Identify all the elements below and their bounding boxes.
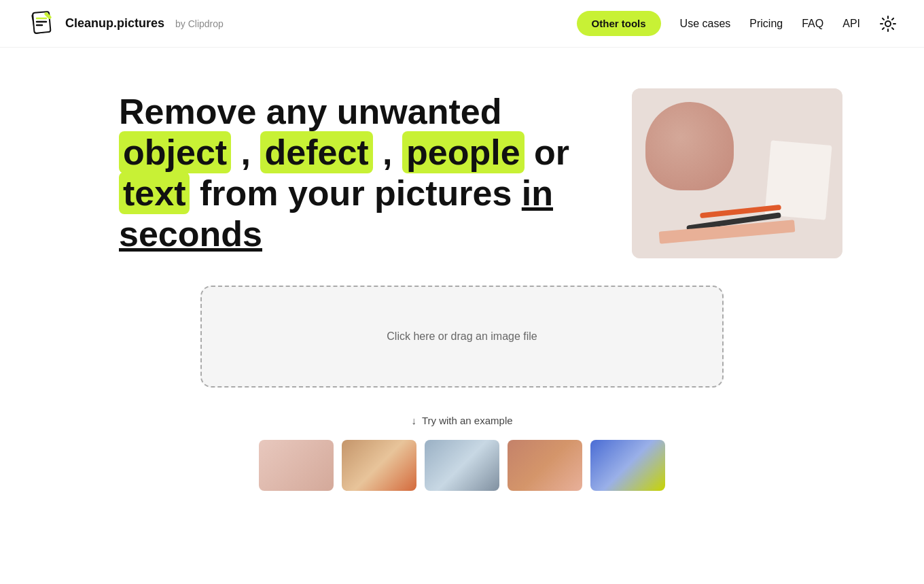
nav-pricing[interactable]: Pricing [749, 18, 783, 30]
hero-comma2: , [373, 133, 402, 172]
hero-word-people: people [402, 131, 525, 173]
hero-text: Remove any unwanted object , defect , pe… [119, 92, 581, 254]
upload-section: Click here or drag an image file [0, 286, 924, 408]
nav-faq[interactable]: FAQ [802, 18, 823, 30]
brand-name: Cleanup.pictures [65, 16, 164, 31]
example-thumb-5[interactable] [590, 440, 665, 491]
hero-comma1: , [231, 133, 260, 172]
hero-word-object: object [119, 131, 231, 173]
thumb-1-inner [259, 440, 334, 491]
hero-line1: Remove any unwanted [119, 92, 501, 131]
hero-word-defect: defect [260, 131, 372, 173]
example-thumb-1[interactable] [259, 440, 334, 491]
navbar: Cleanup.pictures by Clipdrop Other tools… [0, 0, 924, 48]
hero-or: or [525, 133, 569, 172]
try-example-section: ↓ Try with an example [0, 408, 924, 511]
hero-scene [632, 88, 842, 258]
nav-use-cases[interactable]: Use cases [680, 18, 731, 30]
upload-box[interactable]: Click here or drag an image file [200, 286, 724, 388]
upload-label: Click here or drag an image file [387, 330, 537, 343]
hero-section: Remove any unwanted object , defect , pe… [0, 48, 924, 286]
hero-word-text: text [119, 172, 190, 214]
navbar-brand: Cleanup.pictures by Clipdrop [27, 9, 224, 39]
nav-api[interactable]: API [842, 18, 860, 30]
scene-bag-element [645, 102, 734, 190]
hero-line3: from your pictures [190, 173, 521, 213]
example-thumb-2[interactable] [342, 440, 416, 491]
thumb-2-inner [342, 440, 416, 491]
brand-byline: by Clipdrop [175, 18, 224, 29]
try-example-label: ↓ Try with an example [411, 415, 512, 426]
svg-point-6 [885, 21, 891, 27]
example-thumb-3[interactable] [425, 440, 499, 491]
logo-icon [27, 9, 57, 39]
thumb-5-inner [590, 440, 665, 491]
hero-title: Remove any unwanted object , defect , pe… [119, 92, 581, 254]
other-tools-button[interactable]: Other tools [577, 11, 661, 36]
example-thumbnails [259, 440, 665, 491]
hero-image [632, 88, 842, 258]
thumb-3-inner [425, 440, 499, 491]
settings-icon[interactable] [879, 15, 897, 33]
navbar-links: Other tools Use cases Pricing FAQ API [577, 11, 897, 36]
try-arrow-icon: ↓ [411, 415, 416, 426]
example-thumb-4[interactable] [508, 440, 582, 491]
thumb-4-inner [508, 440, 582, 491]
try-example-text: Try with an example [422, 415, 513, 426]
